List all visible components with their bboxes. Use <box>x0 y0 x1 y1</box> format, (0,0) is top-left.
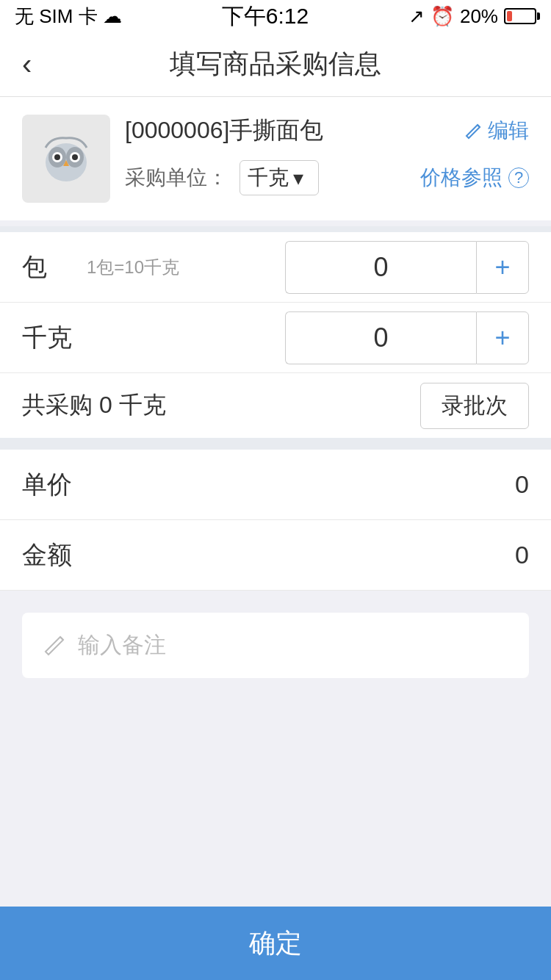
bao-input[interactable]: 0 <box>285 241 476 294</box>
page-title: 填写商品采购信息 <box>170 46 381 82</box>
status-bar: 无 SIM 卡 ☁ 下午6:12 ↗ ⏰ 20% <box>0 0 551 32</box>
bao-row: 包 1包=10千克 0 + <box>0 232 551 303</box>
record-button[interactable]: 录批次 <box>420 383 529 429</box>
bao-label: 包 <box>22 251 81 284</box>
product-name-row: [0000006]手撕面包 编辑 <box>125 115 529 147</box>
help-icon: ? <box>508 167 529 188</box>
kg-plus-button[interactable]: + <box>476 311 529 364</box>
nav-bar: ‹ 填写商品采购信息 <box>0 32 551 97</box>
product-name: [0000006]手撕面包 <box>125 115 323 147</box>
amount-label: 金额 <box>22 538 72 572</box>
unit-price-label: 单价 <box>22 468 72 502</box>
kg-row: 千克 0 + <box>0 303 551 373</box>
chevron-down-icon: ▾ <box>293 166 303 190</box>
notes-input[interactable]: 输入备注 <box>22 613 529 678</box>
unit-select[interactable]: 千克 ▾ <box>240 160 319 195</box>
footer-spacer <box>0 738 551 811</box>
total-row: 共采购 0 千克 录批次 <box>0 373 551 444</box>
price-section: 单价 0 金额 0 <box>0 450 551 591</box>
edit-button[interactable]: 编辑 <box>464 117 529 145</box>
product-card: [0000006]手撕面包 编辑 采购单位： 千克 ▾ 价格参照 ? <box>0 97 551 226</box>
kg-input-wrap: 0 + <box>285 311 529 364</box>
svg-point-5 <box>54 154 60 160</box>
notes-section: 输入备注 <box>0 591 551 738</box>
price-ref-button[interactable]: 价格参照 ? <box>420 164 529 192</box>
bao-plus-button[interactable]: + <box>476 241 529 294</box>
product-info: [0000006]手撕面包 编辑 采购单位： 千克 ▾ 价格参照 ? <box>125 115 529 195</box>
sim-label: 无 SIM 卡 ☁ <box>15 4 122 29</box>
kg-label: 千克 <box>22 321 81 355</box>
location-icon: ↗ <box>408 5 425 28</box>
product-image <box>22 115 110 203</box>
pencil-icon <box>43 634 66 657</box>
confirm-button[interactable]: 确定 <box>0 907 551 980</box>
unit-label: 采购单位： <box>125 164 228 192</box>
notes-placeholder: 输入备注 <box>78 630 166 660</box>
battery-fill <box>507 11 512 21</box>
unit-row: 采购单位： 千克 ▾ 价格参照 ? <box>125 160 529 195</box>
unit-price-value: 0 <box>515 470 529 499</box>
status-left: 无 SIM 卡 ☁ <box>15 4 122 29</box>
section-divider-1 <box>0 226 551 232</box>
status-right: ↗ ⏰ 20% <box>408 5 536 28</box>
bao-sublabel: 1包=10千克 <box>87 256 179 279</box>
svg-point-6 <box>72 154 78 160</box>
back-button[interactable]: ‹ <box>22 40 46 88</box>
bao-section: 包 1包=10千克 0 + 千克 0 + <box>0 232 551 373</box>
owl-icon <box>22 115 110 203</box>
section-divider-2 <box>0 444 551 450</box>
kg-input[interactable]: 0 <box>285 311 476 364</box>
alarm-icon: ⏰ <box>431 5 454 28</box>
bao-input-wrap: 0 + <box>285 241 529 294</box>
amount-value: 0 <box>515 541 529 569</box>
total-label: 共采购 0 千克 <box>22 389 166 422</box>
battery-icon <box>504 8 536 24</box>
amount-row: 金额 0 <box>0 520 551 591</box>
confirm-label: 确定 <box>249 926 302 962</box>
status-time: 下午6:12 <box>222 1 309 32</box>
unit-price-row: 单价 0 <box>0 450 551 520</box>
battery-percent: 20% <box>460 5 498 28</box>
